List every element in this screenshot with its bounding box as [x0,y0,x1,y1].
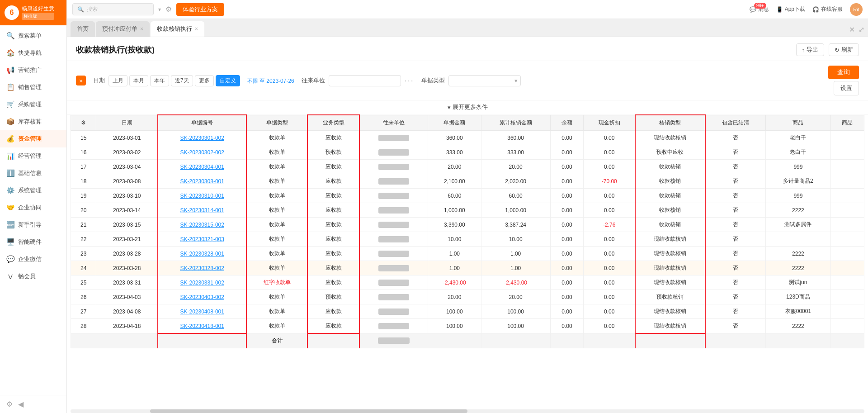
sidebar-item-guide[interactable]: 🆕新手引导 [0,216,66,233]
partner-input[interactable] [329,75,401,86]
td-bill-no[interactable]: SK-20230301-002 [158,131,246,145]
td-bill-no[interactable]: SK-20230328-001 [158,247,246,261]
table-row[interactable]: 272023-04-08SK-20230408-001收款单应收款blur100… [71,304,864,319]
date-btn-7days[interactable]: 近7天 [171,75,193,86]
sidebar-item-hardware[interactable]: 🖥️智能硬件 [0,233,66,251]
table-row[interactable]: 192023-03-10SK-20230310-001收款单应收款blur60.… [71,189,864,203]
table-row[interactable]: 172023-03-04SK-20230304-001收款单应收款blur20.… [71,160,864,174]
td-bill-no[interactable]: SK-20230302-002 [158,145,246,160]
user-avatar[interactable]: Rit [850,3,863,16]
sidebar-item-finance[interactable]: 💰资金管理 [0,130,66,147]
td-bill-no[interactable]: SK-20230304-001 [158,160,246,174]
td-bill-no[interactable]: SK-20230403-002 [158,290,246,304]
sidebar-item-label: 采购管理 [18,100,42,109]
tab-pre-payment-close[interactable]: × [140,26,143,32]
collapse-icon[interactable]: ◀ [18,400,24,408]
bill-no-link[interactable]: SK-20230328-001 [180,251,224,257]
sidebar-item-system[interactable]: ⚙️系统管理 [0,182,66,199]
topbar-app[interactable]: 📱 App下载 [776,5,805,13]
settings-icon[interactable]: ⚙ [6,400,13,408]
export-btn[interactable]: ↑ 导出 [796,43,825,56]
bill-no-link[interactable]: SK-20230310-001 [180,193,224,199]
date-btn-cur-month[interactable]: 本月 [129,75,148,86]
tab-receipt-cancel[interactable]: 收款核销执行 × [151,21,204,37]
sidebar-item-quick[interactable]: 🏠快捷导航 [0,44,66,62]
td-bill-no[interactable]: SK-20230314-001 [158,203,246,218]
bill-type-select[interactable] [448,75,521,86]
topbar-service[interactable]: 🎧 在线客服 [812,5,843,13]
td-include-settled: 否 [705,261,766,275]
bill-no-link[interactable]: SK-20230331-002 [180,280,224,286]
bill-no-link[interactable]: SK-20230418-001 [180,323,224,329]
date-btn-more[interactable]: 更多 [195,75,214,86]
td-bill-no[interactable]: SK-20230328-002 [158,261,246,275]
td-biz-type: 应收款 [307,304,359,319]
sidebar-item-corp[interactable]: 🤝企业协同 [0,199,66,216]
date-btn-custom[interactable]: 自定义 [216,75,240,86]
settings-btn[interactable]: 设置 [834,81,859,95]
td-bill-no[interactable]: SK-20230308-001 [158,174,246,189]
td-cancel-type: 收款核销 [635,203,705,218]
tab-pre-payment[interactable]: 预付冲应付单 × [96,21,150,37]
bill-no-link[interactable]: SK-20230308-001 [180,178,224,185]
bill-no-link[interactable]: SK-20230302-002 [180,149,224,156]
sidebar-item-operation[interactable]: 📊经营管理 [0,147,66,165]
sidebar-item-marketing[interactable]: 📢营销推广 [0,62,66,79]
td-balance [550,333,584,348]
td-bill-no[interactable]: SK-20230418-001 [158,319,246,334]
td-balance: 0.00 [550,304,584,319]
bill-no-link[interactable]: SK-20230314-001 [180,207,224,214]
sidebar-item-inventory[interactable]: 📦库存核算 [0,113,66,130]
date-btn-cur-year[interactable]: 本年 [150,75,169,86]
bill-no-link[interactable]: SK-20230408-001 [180,309,224,315]
table-row[interactable]: 222023-03-21SK-20230321-003收款单应收款blur10.… [71,232,864,247]
bill-no-link[interactable]: SK-20230304-001 [180,164,224,170]
sidebar-item-basic[interactable]: ℹ️基础信息 [0,165,66,182]
bill-no-link[interactable]: SK-20230403-002 [180,294,224,300]
sidebar-item-search[interactable]: 🔍搜索菜单 [0,27,66,44]
date-btn-prev-month[interactable]: 上月 [108,75,127,86]
td-cash-discount: 0.00 [584,290,635,304]
table-row[interactable]: 212023-03-15SK-20230315-002收款单应收款blur3,3… [71,218,864,232]
horizontal-scrollbar[interactable] [71,409,864,413]
filter-toggle-btn[interactable]: » [76,76,86,85]
td-bill-no[interactable]: SK-20230331-002 [158,275,246,290]
th-settings[interactable]: ⚙ [71,115,96,131]
industry-btn[interactable]: 体验行业方案 [176,3,224,16]
bill-no-link[interactable]: SK-20230328-002 [180,265,224,271]
table-row[interactable]: 242023-03-28SK-20230328-002收款单应收款blur1.0… [71,261,864,275]
tab-home[interactable]: 首页 [71,21,95,37]
sidebar-item-purchase[interactable]: 🛒采购管理 [0,96,66,113]
td-bill-no[interactable]: SK-20230310-001 [158,189,246,203]
td-bill-no[interactable]: SK-20230321-003 [158,232,246,247]
table-row[interactable]: 252023-03-31SK-20230331-002红字收款单应收款blur-… [71,275,864,290]
td-row-num: 28 [71,319,96,334]
topbar-search[interactable]: 🔍 搜索 [72,3,154,15]
window-expand-icon[interactable]: ⤢ [859,25,864,34]
td-bill-no[interactable]: SK-20230408-001 [158,304,246,319]
bill-no-link[interactable]: SK-20230315-002 [180,222,224,228]
partner-label: 往来单位 [302,76,325,85]
bill-no-link[interactable]: SK-20230301-002 [180,135,224,141]
td-balance: 0.00 [550,160,584,174]
table-row[interactable]: 162023-03-02SK-20230302-002收款单预收款blur333… [71,145,864,160]
refresh-btn[interactable]: ↻ 刷新 [829,43,859,56]
bill-no-link[interactable]: SK-20230321-003 [180,236,224,242]
td-bill-no[interactable]: SK-20230315-002 [158,218,246,232]
table-row[interactable]: 202023-03-14SK-20230314-001收款单应收款blur1,0… [71,203,864,218]
table-row[interactable]: 232023-03-28SK-20230328-001收款单应收款blur1.0… [71,247,864,261]
window-close-icon[interactable]: ✕ [849,25,855,34]
expand-btn[interactable]: ▾ 展开更多条件 [448,103,488,111]
sidebar-item-sales[interactable]: 📋销售管理 [0,79,66,96]
topbar-msg[interactable]: 💬 消息 99+ [750,5,769,13]
table-row[interactable]: 152023-03-01SK-20230301-002收款单应收款blur360… [71,131,864,145]
table-row[interactable]: 182023-03-08SK-20230308-001收款单应收款blur2,1… [71,174,864,189]
table-row[interactable]: 262023-04-03SK-20230403-002收款单预收款blur20.… [71,290,864,304]
tab-receipt-cancel-close[interactable]: × [195,26,198,32]
table-row[interactable]: 282023-04-18SK-20230418-001收款单应收款blur100… [71,319,864,334]
td-bill-no[interactable] [158,333,246,348]
sidebar-item-wechat[interactable]: 💬企业微信 [0,251,66,268]
topbar-gear-icon[interactable]: ⚙ [165,5,172,14]
query-btn[interactable]: 查询 [828,66,859,79]
sidebar-item-member[interactable]: V畅会员 [0,268,66,285]
